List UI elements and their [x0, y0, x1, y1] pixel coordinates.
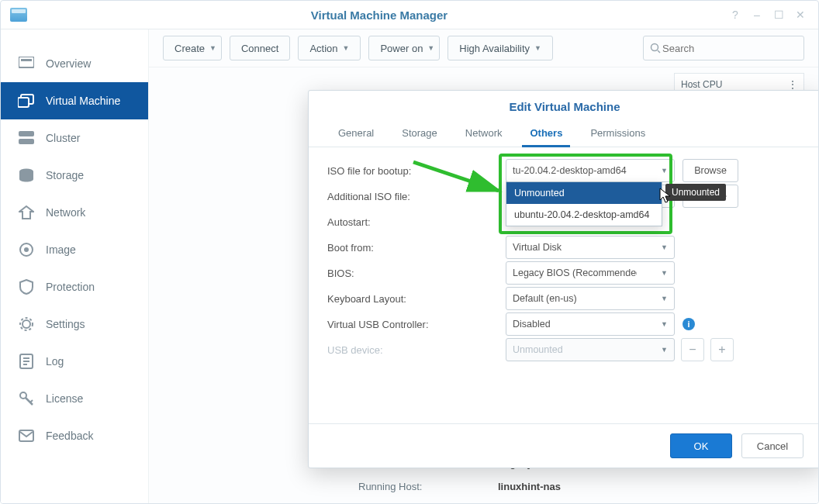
svg-rect-0 — [19, 57, 34, 67]
sidebar-item-cluster[interactable]: Cluster — [1, 119, 148, 157]
tab-storage[interactable]: Storage — [388, 119, 451, 147]
usb-controller-select[interactable]: Disabled▼ — [506, 312, 675, 336]
iso-bootup-value: tu-20.04.2-desktop-amd64 — [513, 165, 627, 176]
chevron-down-icon: ▼ — [661, 295, 668, 302]
svg-rect-3 — [18, 98, 29, 107]
usb-controller-label: Virtual USB Controller: — [327, 319, 506, 330]
dropdown-option-unmounted[interactable]: Unmounted — [506, 182, 662, 204]
minimize-button[interactable]: – — [748, 6, 765, 23]
mail-icon — [18, 427, 35, 444]
keyboard-layout-label: Keyboard Layout: — [327, 293, 506, 305]
bg-host-label: Running Host: — [358, 481, 498, 492]
chevron-down-icon: ▼ — [661, 269, 668, 277]
tab-permissions[interactable]: Permissions — [576, 119, 659, 147]
sidebar-item-license[interactable]: License — [1, 380, 148, 417]
svg-line-17 — [30, 400, 33, 402]
edit-vm-dialog: Edit Virtual Machine General Storage Net… — [308, 90, 819, 468]
host-cpu-label: Host CPU — [681, 79, 722, 90]
dialog-form: ISO file for bootup: tu-20.04.2-desktop-… — [309, 147, 819, 423]
usb-remove-button[interactable]: − — [681, 338, 704, 361]
svg-rect-5 — [19, 139, 34, 144]
overview-icon — [18, 55, 35, 72]
sidebar-item-log[interactable]: Log — [1, 343, 148, 380]
ok-button[interactable]: OK — [670, 433, 732, 458]
search-icon — [650, 43, 661, 54]
sidebar-item-label: Log — [46, 355, 64, 368]
chevron-down-icon: ▼ — [343, 44, 350, 52]
close-button[interactable]: ✕ — [792, 6, 809, 23]
chevron-down-icon: ▼ — [427, 44, 434, 52]
sidebar-item-label: Image — [46, 243, 76, 256]
usb-device-label: USB device: — [327, 344, 506, 356]
bios-select[interactable]: Legacy BIOS (Recommended)▼ — [506, 261, 675, 285]
tooltip: Unmounted — [665, 184, 726, 201]
usb-add-button[interactable]: + — [710, 338, 734, 361]
sidebar-item-network[interactable]: Network — [1, 194, 148, 231]
search-input[interactable] — [661, 42, 797, 55]
usb-device-select: Unmounted▼ — [506, 338, 675, 361]
high-availability-button[interactable]: High Availability▼ — [448, 36, 553, 60]
kebab-icon[interactable]: ⋮ — [788, 79, 797, 90]
content-area: Create▼ Connect Action▼ Power on▼ High A… — [149, 29, 818, 504]
svg-rect-4 — [19, 131, 34, 136]
keyboard-layout-select[interactable]: Default (en-us)▼ — [506, 287, 675, 310]
connect-button[interactable]: Connect — [230, 36, 290, 60]
app-icon — [10, 8, 27, 22]
sidebar-item-label: Overview — [46, 57, 91, 70]
chevron-down-icon: ▼ — [661, 167, 668, 174]
sidebar-item-label: Virtual Machine — [46, 95, 120, 107]
cluster-icon — [18, 129, 35, 147]
power-on-button[interactable]: Power on▼ — [368, 36, 440, 60]
keyboard-layout-value: Default (en-us) — [513, 293, 577, 304]
tab-general[interactable]: General — [324, 119, 388, 147]
info-icon[interactable]: i — [682, 318, 695, 330]
window-title: Virtual Machine Manager — [36, 9, 722, 22]
create-button[interactable]: Create▼ — [163, 36, 222, 60]
svg-point-19 — [651, 44, 658, 51]
sidebar-item-label: Cluster — [46, 132, 80, 144]
sidebar-item-settings[interactable]: Settings — [1, 306, 148, 343]
sidebar-item-protection[interactable]: Protection — [1, 268, 148, 306]
action-button[interactable]: Action▼ — [298, 36, 361, 60]
dropdown-option-ubuntu[interactable]: ubuntu-20.04.2-desktop-amd64 — [506, 204, 662, 226]
chevron-down-icon: ▼ — [534, 44, 541, 52]
help-button[interactable]: ? — [727, 6, 744, 23]
svg-point-8 — [24, 247, 29, 252]
sidebar-item-feedback[interactable]: Feedback — [1, 417, 148, 454]
network-icon — [18, 204, 35, 221]
action-label: Action — [309, 43, 337, 54]
tab-others[interactable]: Others — [516, 119, 576, 147]
sidebar-item-label: Network — [46, 206, 85, 219]
bios-value: Legacy BIOS (Recommended) — [513, 268, 637, 278]
sidebar-item-label: Protection — [46, 281, 95, 293]
chevron-down-icon: ▼ — [661, 243, 668, 251]
cancel-button[interactable]: Cancel — [741, 433, 803, 458]
sidebar-item-overview[interactable]: Overview — [1, 45, 148, 82]
sidebar-item-label: License — [46, 392, 83, 405]
log-icon — [18, 353, 35, 370]
gear-icon — [18, 316, 35, 333]
search-box[interactable] — [643, 36, 804, 60]
dialog-title: Edit Virtual Machine — [309, 91, 819, 119]
chevron-down-icon: ▼ — [661, 346, 668, 354]
sidebar-item-storage[interactable]: Storage — [1, 157, 148, 194]
boot-from-label: Boot from: — [327, 242, 506, 254]
sidebar-item-label: Storage — [46, 169, 84, 181]
bg-host-value: linuxhint-nas — [498, 481, 561, 492]
sidebar-item-label: Feedback — [46, 430, 93, 442]
sidebar-item-image[interactable]: Image — [1, 231, 148, 268]
dialog-footer: OK Cancel — [309, 423, 819, 468]
tab-network[interactable]: Network — [451, 119, 517, 147]
usb-device-value: Unmounted — [513, 344, 563, 355]
ha-label: High Availability — [459, 43, 530, 54]
maximize-button[interactable]: ☐ — [770, 6, 787, 23]
boot-from-select[interactable]: Virtual Disk▼ — [506, 236, 675, 259]
iso-bootup-label: ISO file for bootup: — [327, 165, 506, 177]
shield-icon — [18, 278, 35, 295]
sidebar-item-virtual-machine[interactable]: Virtual Machine — [1, 82, 148, 119]
dialog-tabs: General Storage Network Others Permissio… — [309, 119, 819, 147]
vm-icon — [18, 92, 35, 109]
iso-bootup-browse-button[interactable]: Browse — [682, 159, 738, 182]
iso-bootup-select[interactable]: tu-20.04.2-desktop-amd64▼ — [506, 159, 675, 182]
svg-point-9 — [22, 320, 30, 328]
